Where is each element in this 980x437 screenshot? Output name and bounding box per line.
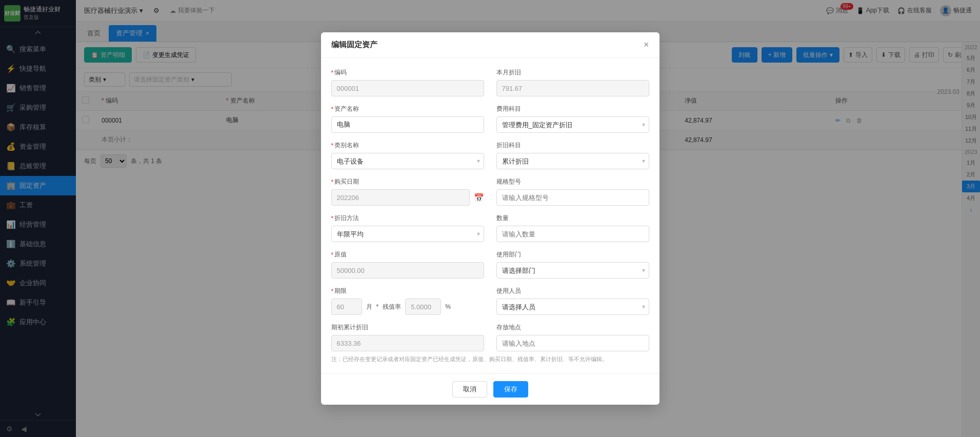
period-unit: 月 xyxy=(366,303,372,311)
residual-rate-unit: % xyxy=(445,303,451,310)
category-field-label: * 类别名称 xyxy=(331,141,484,150)
spec-input[interactable] xyxy=(496,189,649,206)
dept-wrapper: 请选择部门 ▾ xyxy=(496,262,649,279)
form-item-expense-subject: 费用科目 管理费用_固定资产折旧 ▾ xyxy=(496,105,649,133)
expense-subject-label: 费用科目 xyxy=(496,105,649,113)
form-item-asset-name: * 资产名称 xyxy=(331,105,484,133)
form-item-code: * 编码 xyxy=(331,68,484,96)
asset-name-input[interactable] xyxy=(331,116,484,133)
modal-note: 注：已经存在变更记录或者对应固定资产已经生成凭证，原值、购买日期、残值率、累计折… xyxy=(331,351,649,363)
modal-footer: 取消 保存 xyxy=(321,373,659,405)
modal-header: 编辑固定资产 × xyxy=(321,32,659,58)
modal-body: * 编码 本月折旧 * 资产名称 xyxy=(321,58,659,373)
dept-select[interactable]: 请选择部门 xyxy=(496,262,649,279)
modal-title: 编辑固定资产 xyxy=(331,40,377,50)
monthly-dep-label: 本月折旧 xyxy=(496,68,649,77)
code-label: * 编码 xyxy=(331,68,484,77)
form-item-dept: 使用部门 请选择部门 ▾ xyxy=(496,250,649,279)
form-item-original-value: * 原值 xyxy=(331,250,484,279)
location-input[interactable] xyxy=(496,335,649,351)
period-input[interactable] xyxy=(331,299,362,315)
form-grid: * 编码 本月折旧 * 资产名称 xyxy=(331,68,649,351)
asset-name-label: * 资产名称 xyxy=(331,105,484,113)
form-item-quantity: 数量 xyxy=(496,214,649,242)
location-label: 存放地点 xyxy=(496,323,649,332)
form-item-dep-subject: 折旧科目 累计折旧 ▾ xyxy=(496,141,649,169)
original-value-input[interactable] xyxy=(331,262,484,279)
form-item-dep-method: * 折旧方法 年限平均 ▾ xyxy=(331,214,484,242)
purchase-date-label: * 购买日期 xyxy=(331,177,484,186)
purchase-date-row: 📅 xyxy=(331,189,484,206)
code-input[interactable] xyxy=(331,80,484,96)
form-item-monthly-dep: 本月折旧 xyxy=(496,68,649,96)
spec-label: 规格型号 xyxy=(496,177,649,186)
save-button[interactable]: 保存 xyxy=(493,381,528,398)
dep-method-label: * 折旧方法 xyxy=(331,214,484,223)
modal-overlay: 编辑固定资产 × * 编码 本月折旧 xyxy=(0,0,980,437)
cancel-button[interactable]: 取消 xyxy=(452,381,487,398)
category-wrapper: 电子设备 ▾ xyxy=(331,153,484,169)
residual-rate-input[interactable] xyxy=(405,299,441,315)
purchase-date-input[interactable] xyxy=(331,189,470,206)
user-select[interactable]: 请选择人员 xyxy=(496,299,649,315)
period-label: * 期限 xyxy=(331,287,484,295)
initial-dep-label: 期初累计折旧 xyxy=(331,323,484,332)
edit-asset-modal: 编辑固定资产 × * 编码 本月折旧 xyxy=(321,32,659,405)
modal-close-button[interactable]: × xyxy=(644,39,649,50)
period-row: 月 * 残值率 % xyxy=(331,299,484,315)
user-wrapper: 请选择人员 ▾ xyxy=(496,299,649,315)
expense-subject-select[interactable]: 管理费用_固定资产折旧 xyxy=(496,116,649,133)
user-field-label: 使用人员 xyxy=(496,287,649,295)
form-item-initial-dep: 期初累计折旧 xyxy=(331,323,484,351)
dep-subject-select[interactable]: 累计折旧 xyxy=(496,153,649,169)
calendar-icon[interactable]: 📅 xyxy=(474,193,484,203)
original-value-label: * 原值 xyxy=(331,250,484,259)
expense-subject-wrapper: 管理费用_固定资产折旧 ▾ xyxy=(496,116,649,133)
form-item-location: 存放地点 xyxy=(496,323,649,351)
initial-dep-input[interactable] xyxy=(331,335,484,351)
form-item-spec: 规格型号 xyxy=(496,177,649,206)
dep-method-select[interactable]: 年限平均 xyxy=(331,226,484,242)
quantity-label: 数量 xyxy=(496,214,649,223)
category-select[interactable]: 电子设备 xyxy=(331,153,484,169)
monthly-dep-input[interactable] xyxy=(496,80,649,96)
residual-rate-label: 残值率 xyxy=(383,303,401,311)
form-item-period: * 期限 月 * 残值率 % xyxy=(331,287,484,315)
quantity-input[interactable] xyxy=(496,226,649,242)
form-item-user: 使用人员 请选择人员 ▾ xyxy=(496,287,649,315)
dep-method-wrapper: 年限平均 ▾ xyxy=(331,226,484,242)
dept-label: 使用部门 xyxy=(496,250,649,259)
form-item-category: * 类别名称 电子设备 ▾ xyxy=(331,141,484,169)
dep-subject-wrapper: 累计折旧 ▾ xyxy=(496,153,649,169)
form-item-purchase-date: * 购买日期 📅 xyxy=(331,177,484,206)
dep-subject-label: 折旧科目 xyxy=(496,141,649,150)
